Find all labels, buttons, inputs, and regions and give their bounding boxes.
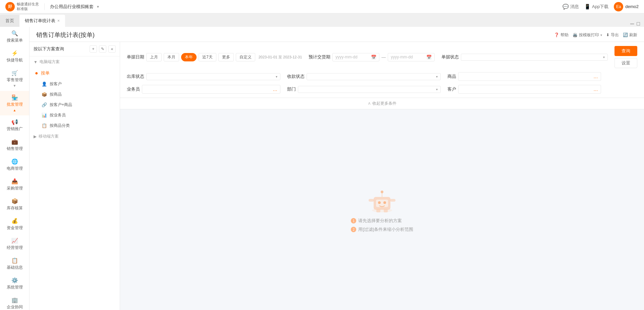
tab-home[interactable]: 首页 — [0, 15, 19, 27]
sidebar-enterprise-label: 企业协同 — [7, 304, 23, 310]
sidebar-item-retail[interactable]: 🛒 零售管理 ▼ — [0, 66, 29, 91]
sidebar-item-purchase[interactable]: 📥 采购管理 — [0, 175, 29, 195]
scheme-by-goods[interactable]: 📦 按商品 — [30, 89, 120, 100]
sidebar-sales-label: 销售管理 — [7, 146, 23, 152]
sidebar-item-basicinfo[interactable]: 📋 基础信息 — [0, 254, 29, 274]
message-btn[interactable]: 💬 消息 — [562, 4, 579, 10]
tab-sales-order-stats[interactable]: 销售订单统计表 × — [19, 15, 65, 27]
add-scheme-btn[interactable]: + — [90, 45, 97, 53]
logo-area: 好 畅捷通好生意 标准版 — [5, 2, 39, 11]
salesperson-ellipsis-btn[interactable]: … — [273, 87, 277, 92]
ecommerce-icon: 🌐 — [11, 158, 18, 165]
tree-group-mobile-label: 移动端方案 — [39, 134, 59, 139]
collapse-panel-btn[interactable]: « — [108, 45, 116, 53]
goods-ellipsis-btn[interactable]: … — [593, 74, 598, 79]
topbar-dropdown-arrow[interactable]: ▾ — [97, 4, 99, 9]
date-btn-last7[interactable]: 近7天 — [199, 53, 216, 61]
date-btn-this-year[interactable]: 本年 — [181, 53, 197, 61]
tree-group-pc[interactable]: ▼ 电脑端方案 — [30, 56, 120, 67]
user-profile[interactable]: Ea demo2 — [614, 2, 639, 11]
status-label: 单据状态 — [441, 54, 459, 60]
inner-layout: 按以下方案查询 + ✎ « ▼ — [30, 42, 644, 310]
date-btn-this-month[interactable]: 本月 — [164, 53, 179, 61]
customer-block: 客户 … — [447, 85, 601, 94]
customer-ellipsis-btn[interactable]: … — [593, 87, 598, 92]
topbar-left: 好 畅捷通好生意 标准版 办公用品行业模拟账套 ▾ — [5, 2, 99, 11]
empty-illustration — [365, 187, 399, 214]
sidebar-item-marketing[interactable]: 📢 营销推广 — [0, 115, 29, 135]
maximize-btn[interactable]: □ — [637, 21, 640, 27]
query-btn[interactable]: 查询 — [614, 46, 637, 56]
scheme-by-customer-goods[interactable]: 🔗 按客户+商品 — [30, 100, 120, 110]
date-filter-block: 单据日期 上月 本月 本年 近7天 更多 自定义 2023-01-01 至 20… — [127, 53, 302, 61]
goods-block: 商品 … — [447, 72, 601, 81]
svg-point-4 — [383, 201, 386, 204]
set-btn[interactable]: 设置 — [614, 58, 637, 68]
empty-tips: 1 请先选择要分析的方案 2 用[过滤]条件来缩小分析范围 — [351, 218, 413, 232]
date-btn-more[interactable]: 更多 — [218, 53, 234, 61]
purchase-icon: 📥 — [11, 178, 18, 185]
sidebar-item-ecommerce[interactable]: 🌐 电商管理 — [0, 155, 29, 175]
tabbar: 首页 销售订单统计表 × ─ □ — [0, 13, 644, 27]
sidebar-item-wholesale[interactable]: 🏪 批发管理 ▲ — [0, 91, 29, 115]
delivery-date-end-input[interactable]: yyyy-mm-dd 📅 — [388, 53, 435, 61]
sidebar-search-label: 搜索菜单 — [7, 38, 23, 43]
goods-input[interactable]: … — [458, 72, 601, 81]
scheme-by-order[interactable]: ● 按单 — [30, 67, 120, 79]
export-btn[interactable]: ⬇ 导出 — [606, 32, 619, 38]
pay-status-arrow: ▾ — [436, 75, 438, 79]
date-btn-custom[interactable]: 自定义 — [236, 53, 255, 61]
sidebar-item-quicknav[interactable]: ⚡ 快捷导航 — [0, 47, 29, 66]
help-btn[interactable]: ❓ 帮助 — [554, 32, 569, 38]
filter-row-3: 业务员 … 部门 ▾ — [127, 85, 637, 94]
sidebar-item-system[interactable]: ⚙️ 系统管理 — [0, 274, 29, 294]
sidebar-item-sales[interactable]: 💼 销售管理 — [0, 135, 29, 155]
print-dropdown-arrow[interactable]: ▾ — [600, 33, 602, 37]
quicknav-icon: ⚡ — [11, 50, 18, 56]
minimize-btn[interactable]: ─ — [630, 21, 634, 27]
ship-status-arrow: ▾ — [276, 75, 277, 79]
sidebar-inventory-label: 库存核算 — [7, 205, 23, 211]
svg-rect-8 — [390, 199, 395, 202]
empty-tip-1: 1 请先选择要分析的方案 — [351, 218, 413, 224]
collapse-row[interactable]: ∧ 收起更多条件 — [120, 98, 644, 109]
scheme-by-salesperson[interactable]: 📊 按业务员 — [30, 110, 120, 120]
print-btn[interactable]: 🖨️ 按模板打印 ▾ — [573, 32, 602, 38]
delivery-date-start-input[interactable]: yyyy-mm-dd 📅 — [332, 53, 379, 61]
ship-status-select[interactable]: ▾ — [146, 73, 280, 80]
scheme-by-customer[interactable]: 👤 按客户 — [30, 79, 120, 89]
tip-1-text: 请先选择要分析的方案 — [358, 218, 402, 224]
sidebar-item-finance[interactable]: 💰 资金管理 — [0, 214, 29, 234]
date-btn-last-month[interactable]: 上月 — [146, 53, 162, 61]
search-icon: 🔍 — [11, 30, 18, 37]
empty-tip-2: 2 用[过滤]条件来缩小分析范围 — [351, 226, 413, 232]
dept-select[interactable]: ▾ — [298, 86, 441, 93]
svg-point-3 — [378, 201, 381, 204]
download-icon: 📱 — [584, 4, 591, 10]
edit-scheme-btn[interactable]: ✎ — [99, 45, 106, 53]
sidebar-item-search[interactable]: 🔍 搜索菜单 — [0, 27, 29, 47]
svg-rect-2 — [376, 200, 388, 207]
by-salesperson-label: 按业务员 — [50, 112, 66, 118]
tree-group-mobile[interactable]: ▶ 移动端方案 — [30, 131, 120, 142]
date-range-text: 2023-01-01 至 2023-12-31 — [259, 55, 302, 60]
sidebar-item-operations[interactable]: 📈 经营管理 — [0, 234, 29, 254]
ship-status-label: 出库状态 — [127, 73, 144, 80]
tree-group-pc-label: 电脑端方案 — [40, 59, 60, 65]
app-download-btn[interactable]: 📱 App下载 — [584, 4, 608, 10]
customer-input[interactable]: … — [458, 85, 601, 94]
scheme-by-category[interactable]: 📋 按商品分类 — [30, 120, 120, 131]
pay-status-select[interactable]: ▾ — [307, 73, 441, 80]
status-select[interactable]: ▾ — [461, 54, 608, 61]
tab-close-icon[interactable]: × — [57, 18, 60, 23]
status-arrow: ▾ — [603, 55, 605, 59]
status-filter-block: 单据状态 ▾ — [441, 54, 608, 61]
refresh-btn[interactable]: 🔄 刷新 — [623, 32, 637, 38]
by-salesperson-icon: 📊 — [42, 113, 47, 118]
left-panel-controls: + ✎ « — [90, 45, 116, 53]
sidebar-item-enterprise[interactable]: 🏢 企业协同 — [0, 294, 29, 310]
sidebar-ecommerce-label: 电商管理 — [7, 166, 23, 171]
sidebar-item-inventory[interactable]: 📦 库存核算 — [0, 195, 29, 214]
calendar-icon-end: 📅 — [426, 55, 432, 60]
salesperson-input[interactable]: … — [142, 85, 280, 94]
